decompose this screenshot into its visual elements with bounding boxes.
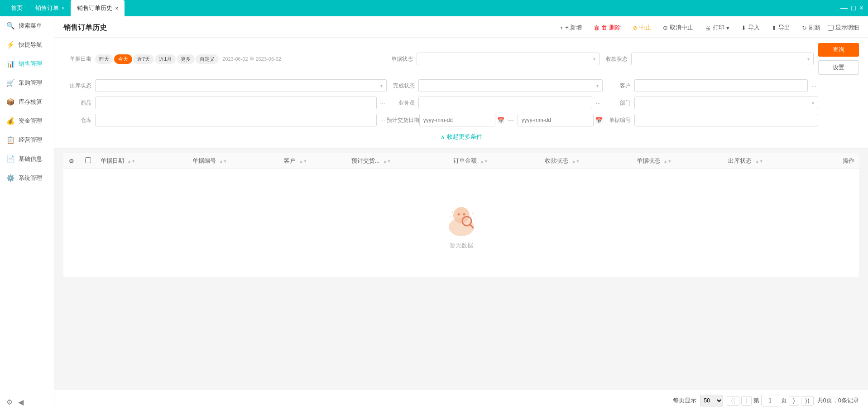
select-all-checkbox[interactable] bbox=[85, 157, 91, 163]
collapse-bar[interactable]: ∧ 收起更多条件 bbox=[63, 131, 859, 143]
minimize-icon[interactable]: — bbox=[840, 4, 848, 12]
sidebar-item-system[interactable]: ⚙️ 系统管理 bbox=[0, 169, 54, 188]
table-checkbox-col[interactable] bbox=[80, 153, 96, 169]
th-doc-status-label: 单据状态 bbox=[637, 157, 660, 164]
doc-status-select[interactable]: ▾ bbox=[417, 53, 599, 65]
date-separator: — bbox=[506, 117, 516, 124]
product-dots[interactable]: ··· bbox=[379, 100, 387, 106]
print-button[interactable]: 🖨 打印 ▾ bbox=[700, 22, 734, 34]
calendar-start-icon[interactable]: 📅 bbox=[497, 117, 504, 124]
refresh-button[interactable]: ↻ 刷新 bbox=[797, 22, 825, 34]
warehouse-control: ··· bbox=[95, 114, 387, 126]
product-input[interactable] bbox=[95, 97, 377, 109]
show-detail-checkbox[interactable] bbox=[828, 25, 834, 31]
sort-warehouse-status[interactable]: ▲▼ bbox=[755, 159, 763, 164]
calendar-end-icon[interactable]: 📅 bbox=[595, 117, 603, 124]
sidebar-item-inventory[interactable]: 📦 库存核算 bbox=[0, 92, 54, 111]
delivery-date-start[interactable] bbox=[419, 114, 495, 126]
delivery-date-end[interactable] bbox=[518, 114, 594, 126]
top-bar: 首页 销售订单 × 销售订单历史 × — □ × bbox=[0, 0, 868, 16]
department-select[interactable]: ▾ bbox=[634, 97, 818, 109]
sidebar-item-search[interactable]: 🔍 搜索菜单 bbox=[0, 16, 54, 35]
page-number-input[interactable] bbox=[761, 395, 779, 406]
sidebar-item-quicknav-label: 快捷导航 bbox=[19, 41, 42, 49]
date-tag-custom[interactable]: 自定义 bbox=[196, 54, 219, 64]
warehouse-input[interactable] bbox=[95, 114, 377, 126]
sidebar-expand-icon[interactable]: ◀ bbox=[18, 398, 24, 406]
doc-number-input[interactable] bbox=[634, 114, 818, 126]
svg-point-2 bbox=[457, 213, 460, 216]
sidebar-settings-icon[interactable]: ⚙ bbox=[6, 398, 13, 406]
table-settings-icon[interactable]: ⚙ bbox=[69, 158, 74, 164]
maximize-icon[interactable]: □ bbox=[851, 4, 856, 12]
sort-delivery[interactable]: ▲▼ bbox=[383, 159, 391, 164]
show-detail-label: 显示明细 bbox=[835, 24, 859, 32]
sidebar-item-basic-info[interactable]: 📄 基础信息 bbox=[0, 150, 54, 169]
export-button[interactable]: ⬆ 导出 bbox=[767, 22, 795, 34]
sidebar-item-operations[interactable]: 📋 经营管理 bbox=[0, 131, 54, 150]
date-tag-yesterday[interactable]: 昨天 bbox=[95, 54, 113, 64]
sort-payment-status[interactable]: ▲▼ bbox=[572, 159, 580, 164]
sort-doc-date[interactable]: ▲▼ bbox=[127, 159, 135, 164]
query-btn-group: 查询 设置 bbox=[818, 43, 859, 75]
window-controls: — □ × bbox=[840, 4, 863, 12]
tab-home[interactable]: 首页 bbox=[5, 0, 29, 16]
sidebar-item-finance[interactable]: 💰 资金管理 bbox=[0, 111, 54, 131]
salesperson-input[interactable] bbox=[418, 97, 592, 109]
date-tag-7days[interactable]: 近7天 bbox=[133, 54, 154, 64]
tab-sales-history-close[interactable]: × bbox=[115, 5, 118, 11]
table-body: 暂无数据 bbox=[63, 169, 859, 277]
customer-dots[interactable]: ··· bbox=[810, 82, 818, 89]
date-tag-more[interactable]: 更多 bbox=[177, 54, 195, 64]
tab-home-label: 首页 bbox=[11, 4, 23, 12]
warehouse-label: 仓库 bbox=[63, 116, 95, 124]
inventory-icon: 📦 bbox=[6, 98, 15, 106]
filter-area: 单据日期 昨天 今天 近7天 近1月 更多 自定义 2023-06-02 至 2… bbox=[54, 38, 868, 149]
first-page-btn[interactable]: ⟨⟨ bbox=[727, 396, 739, 406]
stop-button[interactable]: ⊘ 中止 bbox=[628, 22, 656, 34]
filter-doc-number: 单据编号 bbox=[603, 114, 818, 126]
sidebar-item-sales[interactable]: 📊 销售管理 bbox=[0, 54, 54, 73]
warehouse-status-select[interactable]: ▾ bbox=[95, 79, 387, 92]
tab-sales-order[interactable]: 销售订单 × bbox=[29, 0, 71, 16]
cancel-stop-button[interactable]: ⊙ 取消中止 bbox=[658, 22, 698, 34]
tab-sales-history[interactable]: 销售订单历史 × bbox=[71, 0, 124, 16]
completion-status-select[interactable]: ▾ bbox=[418, 79, 602, 92]
customer-control: ··· bbox=[634, 79, 818, 92]
delete-button[interactable]: 🗑 🗑 删除 bbox=[589, 22, 625, 34]
sort-customer[interactable]: ▲▼ bbox=[299, 159, 307, 164]
customer-input[interactable] bbox=[634, 79, 808, 92]
add-button[interactable]: + + 新增 bbox=[556, 22, 587, 34]
sort-doc-status[interactable]: ▲▼ bbox=[663, 159, 671, 164]
settings-button[interactable]: 设置 bbox=[818, 60, 859, 75]
export-label: 导出 bbox=[778, 24, 790, 32]
basic-info-icon: 📄 bbox=[6, 155, 15, 163]
tab-sales-order-close[interactable]: × bbox=[62, 5, 64, 11]
salesperson-dots[interactable]: ··· bbox=[594, 100, 603, 106]
payment-status-label: 收款状态 bbox=[599, 55, 631, 63]
sort-amount[interactable]: ▲▼ bbox=[480, 159, 488, 164]
svg-point-8 bbox=[472, 213, 474, 214]
window-close-icon[interactable]: × bbox=[859, 4, 863, 12]
sidebar-item-search-label: 搜索菜单 bbox=[19, 22, 42, 30]
th-doc-status: 单据状态 ▲▼ bbox=[632, 153, 724, 169]
doc-number-control bbox=[634, 114, 818, 126]
prev-page-btn[interactable]: ⟨ bbox=[741, 396, 752, 406]
table-settings-col[interactable]: ⚙ bbox=[63, 153, 80, 169]
refresh-label: 刷新 bbox=[809, 24, 820, 32]
payment-status-select[interactable]: ▾ bbox=[631, 53, 814, 65]
date-tag-1month[interactable]: 近1月 bbox=[155, 54, 176, 64]
per-page-select[interactable]: 50 10 20 100 bbox=[700, 395, 723, 406]
date-tag-today[interactable]: 今天 bbox=[114, 54, 132, 64]
warehouse-dots[interactable]: ··· bbox=[379, 117, 387, 124]
sidebar-item-quicknav[interactable]: ⚡ 快捷导航 bbox=[0, 35, 54, 54]
query-button[interactable]: 查询 bbox=[818, 43, 859, 57]
last-page-btn[interactable]: ⟩⟩ bbox=[801, 396, 814, 406]
import-icon: ⬇ bbox=[741, 24, 746, 31]
import-button[interactable]: ⬇ 导入 bbox=[737, 22, 764, 34]
th-warehouse-status-label: 出库状态 bbox=[728, 157, 752, 164]
show-detail-toggle[interactable]: 显示明细 bbox=[828, 24, 859, 32]
sidebar-item-purchase[interactable]: 🛒 采购管理 bbox=[0, 73, 54, 92]
sort-doc-number[interactable]: ▲▼ bbox=[219, 159, 227, 164]
next-page-btn[interactable]: ⟩ bbox=[789, 396, 799, 406]
